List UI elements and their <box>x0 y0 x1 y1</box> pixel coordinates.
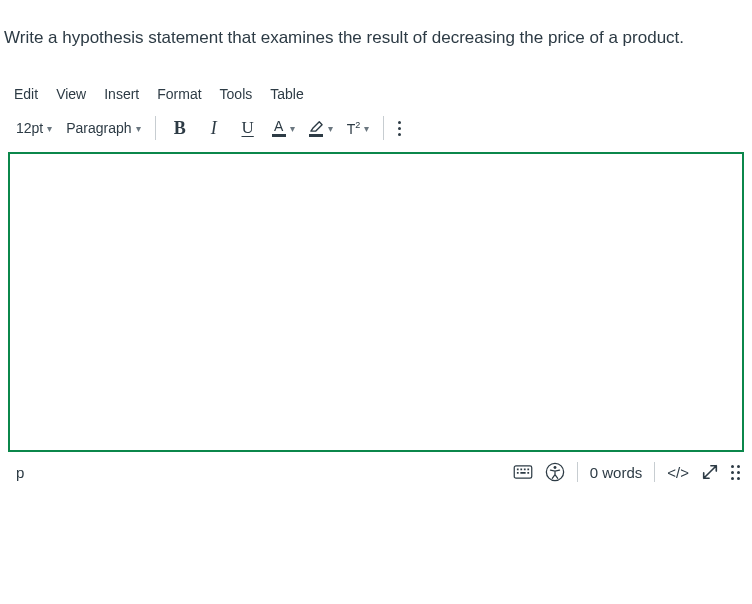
expand-icon <box>701 463 719 481</box>
html-view-button[interactable]: </> <box>667 464 689 481</box>
svg-point-9 <box>553 466 556 469</box>
chevron-down-icon: ▾ <box>47 123 52 134</box>
menu-view[interactable]: View <box>56 86 86 102</box>
question-prompt: Write a hypothesis statement that examin… <box>0 0 752 80</box>
editor-content[interactable] <box>8 152 744 452</box>
block-format-label: Paragraph <box>66 120 131 136</box>
more-vertical-icon <box>398 121 401 136</box>
underline-icon: U <box>238 118 258 138</box>
chevron-down-icon: ▾ <box>290 123 295 134</box>
status-divider <box>577 462 578 482</box>
chevron-down-icon: ▾ <box>364 123 369 134</box>
svg-rect-3 <box>524 469 526 471</box>
status-bar: p 0 words </> <box>8 452 744 482</box>
highlight-icon <box>309 120 324 137</box>
more-options-button[interactable] <box>392 117 407 140</box>
word-count[interactable]: 0 words <box>590 464 643 481</box>
status-divider <box>654 462 655 482</box>
highlight-color-button[interactable]: ▾ <box>303 116 339 141</box>
menu-format[interactable]: Format <box>157 86 201 102</box>
menu-insert[interactable]: Insert <box>104 86 139 102</box>
svg-rect-6 <box>520 472 525 474</box>
svg-rect-1 <box>517 469 519 471</box>
superscript-button[interactable]: T2 ▾ <box>341 116 376 141</box>
font-size-select[interactable]: 12pt ▾ <box>10 116 58 140</box>
menu-bar: Edit View Insert Format Tools Table <box>8 80 744 110</box>
drag-handle-icon <box>731 465 740 480</box>
chevron-down-icon: ▾ <box>136 123 141 134</box>
svg-rect-2 <box>520 469 522 471</box>
keyboard-icon <box>513 465 533 479</box>
svg-rect-5 <box>517 472 519 474</box>
accessibility-button[interactable] <box>545 462 565 482</box>
drag-handle[interactable] <box>731 465 740 480</box>
svg-rect-4 <box>527 469 529 471</box>
rich-text-editor: Edit View Insert Format Tools Table 12pt… <box>0 80 752 482</box>
superscript-icon: T2 <box>347 120 361 137</box>
menu-edit[interactable]: Edit <box>14 86 38 102</box>
menu-tools[interactable]: Tools <box>220 86 253 102</box>
text-color-button[interactable]: A ▾ <box>266 115 301 141</box>
toolbar: 12pt ▾ Paragraph ▾ B I U A ▾ <box>8 110 744 152</box>
keyboard-shortcuts-button[interactable] <box>513 465 533 479</box>
accessibility-icon <box>545 462 565 482</box>
menu-table[interactable]: Table <box>270 86 303 102</box>
block-format-select[interactable]: Paragraph ▾ <box>60 116 146 140</box>
text-color-icon: A <box>272 119 286 137</box>
italic-button[interactable]: I <box>198 114 230 142</box>
italic-icon: I <box>204 118 224 138</box>
toolbar-divider <box>383 116 384 140</box>
element-path[interactable]: p <box>16 464 24 481</box>
bold-button[interactable]: B <box>164 114 196 142</box>
fullscreen-button[interactable] <box>701 463 719 481</box>
font-size-label: 12pt <box>16 120 43 136</box>
underline-button[interactable]: U <box>232 114 264 142</box>
bold-icon: B <box>170 118 190 138</box>
svg-rect-7 <box>527 472 529 474</box>
chevron-down-icon: ▾ <box>328 123 333 134</box>
toolbar-divider <box>155 116 156 140</box>
